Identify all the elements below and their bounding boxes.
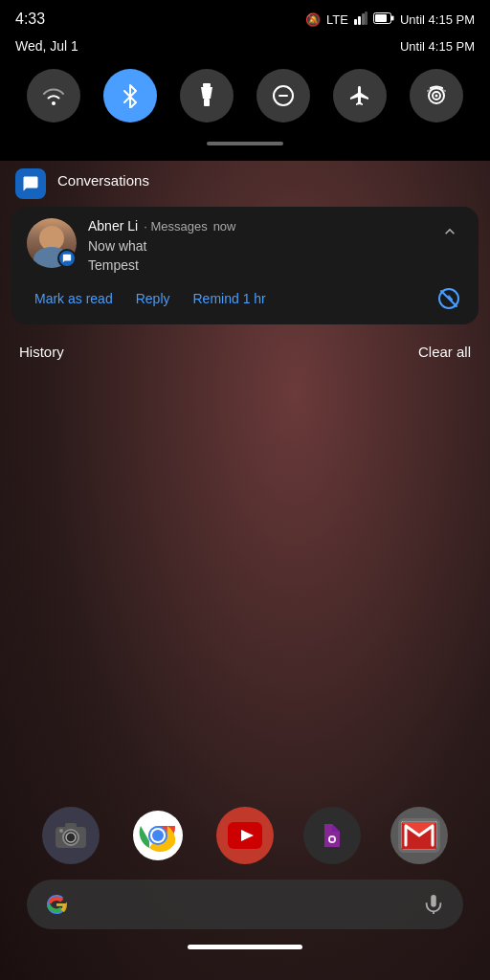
- airplane-toggle[interactable]: [333, 69, 387, 122]
- avatar-container: [27, 218, 77, 268]
- home-pill[interactable]: [188, 945, 302, 949]
- message-line2: Tempest: [88, 256, 436, 276]
- cast-icon: [424, 85, 449, 106]
- notif-left: Abner Li · Messages now Now what Tempest: [27, 218, 436, 275]
- camera-icon: [56, 822, 86, 849]
- svg-rect-10: [278, 95, 288, 97]
- messages-icon: [22, 175, 39, 192]
- svg-point-27: [152, 830, 164, 841]
- youtube-app-icon[interactable]: [216, 807, 274, 864]
- reply-button[interactable]: Reply: [128, 287, 178, 310]
- messages-app-icon: [15, 168, 46, 199]
- collapse-chevron[interactable]: [436, 218, 463, 250]
- svg-rect-21: [65, 823, 77, 828]
- google-logo: [42, 890, 71, 919]
- svg-rect-32: [330, 837, 334, 841]
- battery-icon: [373, 12, 394, 27]
- svg-rect-0: [354, 19, 357, 25]
- snooze-icon: [437, 287, 460, 310]
- notif-actions: Mark as read Reply Remind 1 hr: [27, 284, 463, 313]
- svg-point-13: [435, 95, 438, 98]
- svg-rect-6: [391, 15, 394, 20]
- svg-rect-1: [358, 16, 361, 25]
- svg-point-22: [59, 829, 63, 833]
- camera-app-icon[interactable]: [42, 807, 100, 864]
- chrome-app-icon[interactable]: [129, 807, 187, 864]
- google-mic-icon[interactable]: [419, 890, 448, 919]
- messages-badge-icon: [62, 254, 72, 263]
- notification-card: Abner Li · Messages now Now what Tempest: [11, 207, 479, 324]
- svg-point-20: [66, 833, 76, 842]
- snooze-button[interactable]: [434, 284, 463, 313]
- youtube-icon: [228, 822, 262, 849]
- notif-title-row: Abner Li · Messages now: [88, 218, 436, 234]
- scroll-indicator: [0, 138, 490, 153]
- google-g-icon: [45, 893, 68, 916]
- flashlight-toggle[interactable]: [180, 69, 234, 122]
- status-bar: 4:33 🔕 LTE Until 4:15 PM: [0, 0, 490, 34]
- date-row: Wed, Jul 1 Until 4:15 PM: [0, 34, 490, 61]
- flashlight-icon: [198, 83, 215, 108]
- notif-header: Abner Li · Messages now Now what Tempest: [27, 218, 463, 275]
- notification-panel: Wed, Jul 1 Until 4:15 PM: [0, 34, 490, 161]
- chevron-up-icon: [440, 222, 459, 241]
- clear-all-button[interactable]: Clear all: [418, 344, 471, 360]
- conversations-section: Conversations: [0, 161, 490, 332]
- sender-name: Abner Li: [88, 218, 138, 234]
- gmail-app-icon[interactable]: [390, 807, 448, 864]
- svg-rect-8: [204, 99, 210, 106]
- files-icon: [313, 816, 351, 855]
- bluetooth-toggle[interactable]: [103, 69, 157, 122]
- chrome-icon: [133, 811, 183, 860]
- home-screen: [0, 578, 490, 980]
- cast-toggle[interactable]: [410, 69, 463, 122]
- date-label: Wed, Jul 1: [15, 38, 78, 54]
- microphone-icon: [423, 894, 444, 915]
- mute-icon: 🔕: [305, 12, 321, 27]
- google-search-bar[interactable]: [27, 880, 463, 929]
- airplane-icon: [348, 84, 371, 107]
- message-line1: Now what: [88, 237, 436, 256]
- remind-button[interactable]: Remind 1 hr: [186, 287, 274, 310]
- dnd-icon: [272, 84, 295, 107]
- wifi-toggle[interactable]: [27, 69, 80, 122]
- scroll-pill: [207, 142, 283, 145]
- app-name: · Messages: [144, 219, 207, 234]
- quick-settings-row: [0, 61, 490, 138]
- status-time: 4:33: [15, 11, 45, 28]
- app-dock: [0, 807, 490, 864]
- bluetooth-icon: [122, 83, 139, 108]
- svg-rect-5: [375, 14, 387, 22]
- home-bar: [0, 945, 490, 957]
- files-app-icon[interactable]: [303, 807, 361, 864]
- history-row: History Clear all: [0, 332, 490, 371]
- mark-as-read-button[interactable]: Mark as read: [27, 287, 121, 310]
- history-button[interactable]: History: [19, 344, 64, 360]
- svg-rect-7: [203, 83, 211, 87]
- notif-time: now: [213, 219, 236, 234]
- signal-icon: [354, 11, 368, 28]
- lte-label: LTE: [326, 12, 348, 27]
- wifi-icon: [42, 86, 65, 105]
- gmail-icon: [398, 818, 440, 853]
- svg-rect-3: [365, 11, 368, 25]
- conversations-label: Conversations: [54, 172, 149, 189]
- dnd-toggle[interactable]: [256, 69, 310, 122]
- battery-time: Until 4:15 PM: [400, 12, 475, 27]
- battery-text: Until 4:15 PM: [400, 39, 475, 54]
- avatar-badge: [57, 249, 77, 268]
- svg-rect-2: [362, 13, 365, 25]
- status-right-icons: 🔕 LTE Until 4:15 PM: [305, 11, 475, 28]
- notif-content: Abner Li · Messages now Now what Tempest: [88, 218, 436, 275]
